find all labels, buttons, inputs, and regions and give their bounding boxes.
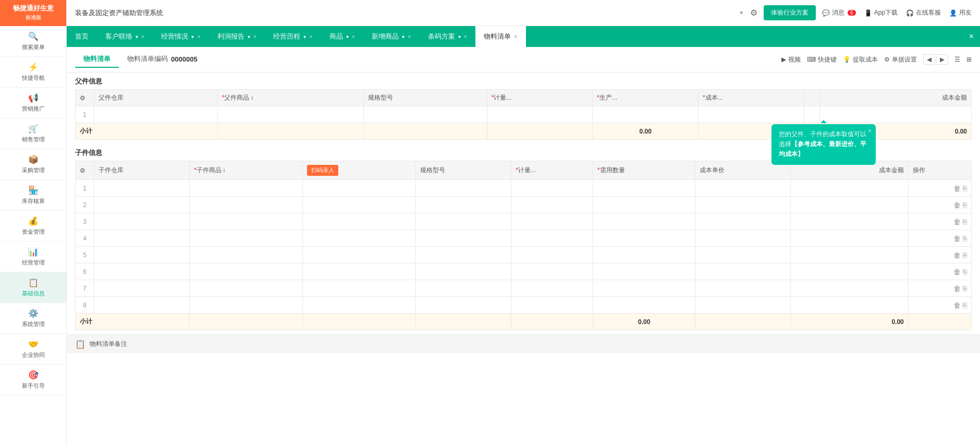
close-all-tabs[interactable]: × xyxy=(963,32,980,41)
child-cost-amount-4[interactable] xyxy=(791,230,908,247)
delete-icon-4[interactable]: 🗑 xyxy=(953,234,961,243)
sidebar-item-basic-info[interactable]: 📋 基础信息 xyxy=(0,272,66,303)
sidebar-item-quick-nav[interactable]: ⚡ 快捷导航 xyxy=(0,57,66,88)
tab-customer-close[interactable]: × xyxy=(141,33,144,40)
child-product-6[interactable] xyxy=(190,263,303,280)
copy-icon-8[interactable]: ⎘ xyxy=(963,301,967,309)
child-unit-cost-8[interactable] xyxy=(695,297,791,314)
tab-new-product-close[interactable]: × xyxy=(408,33,411,40)
sub-tab-bom-code[interactable]: 物料清单编码 0000005 xyxy=(119,51,206,68)
child-warehouse-5[interactable] xyxy=(94,247,190,263)
expand-button[interactable]: ⊞ xyxy=(966,56,972,63)
child-unit-1[interactable] xyxy=(511,180,593,197)
child-cost-amount-6[interactable] xyxy=(791,263,908,280)
child-product-1[interactable] xyxy=(190,180,303,197)
tab-operations-close[interactable]: × xyxy=(197,33,200,40)
child-warehouse-8[interactable] xyxy=(94,297,190,314)
grid-view-button[interactable]: ☰ xyxy=(954,56,960,63)
online-service-button[interactable]: 🎧 在线客服 xyxy=(906,8,941,17)
child-cost-amount-2[interactable] xyxy=(791,197,908,213)
child-cost-amount-7[interactable] xyxy=(791,280,908,297)
child-unit-8[interactable] xyxy=(511,297,593,314)
tab-operations[interactable]: 经营情况 ▾ × xyxy=(153,26,209,47)
child-unit-5[interactable] xyxy=(511,247,593,263)
sidebar-item-inventory[interactable]: 🏪 库存核算 xyxy=(0,180,66,211)
parent-product-cell[interactable] xyxy=(217,106,363,123)
parent-warehouse-cell[interactable] xyxy=(94,106,218,123)
delete-icon-6[interactable]: 🗑 xyxy=(953,268,961,276)
tab-home[interactable]: 首页 xyxy=(67,26,97,47)
child-qty-3[interactable] xyxy=(593,213,695,230)
sidebar-item-search[interactable]: 🔍 搜索菜单 xyxy=(0,26,66,57)
child-spec-2[interactable] xyxy=(416,197,511,213)
child-product-8[interactable] xyxy=(190,297,303,314)
delete-icon-1[interactable]: 🗑 xyxy=(953,184,961,193)
tab-history-close[interactable]: × xyxy=(309,33,312,40)
sidebar-item-sales[interactable]: 🛒 销售管理 xyxy=(0,118,66,149)
child-product-7[interactable] xyxy=(190,280,303,297)
sidebar-item-system[interactable]: ⚙️ 系统管理 xyxy=(0,303,66,334)
sidebar-item-marketing[interactable]: 📢 营销推广 xyxy=(0,88,66,118)
child-spec-8[interactable] xyxy=(416,297,511,314)
sidebar-item-purchase[interactable]: 📦 采购管理 xyxy=(0,149,66,180)
child-qty-4[interactable] xyxy=(593,230,695,247)
copy-icon-6[interactable]: ⎘ xyxy=(963,268,967,276)
parent-production-cell[interactable] xyxy=(593,106,699,123)
child-unit-cost-6[interactable] xyxy=(695,263,791,280)
child-warehouse-3[interactable] xyxy=(94,213,190,230)
child-product-2[interactable] xyxy=(190,197,303,213)
tab-history[interactable]: 经营历程 ▾ × xyxy=(265,26,321,47)
scan-input-button[interactable]: 扫码录入 xyxy=(307,165,338,176)
sidebar-item-operations[interactable]: 📊 经营管理 xyxy=(0,242,66,272)
prev-arrow[interactable]: ◀ xyxy=(923,54,935,65)
child-warehouse-4[interactable] xyxy=(94,230,190,247)
single-settings-button[interactable]: ⚙ 单据设置 xyxy=(884,55,917,64)
delete-icon-5[interactable]: 🗑 xyxy=(953,251,961,259)
parent-cost-cell[interactable] xyxy=(699,106,804,123)
child-spec-4[interactable] xyxy=(416,230,511,247)
child-unit-cost-3[interactable] xyxy=(695,213,791,230)
child-unit-2[interactable] xyxy=(511,197,593,213)
child-unit-cost-2[interactable] xyxy=(695,197,791,213)
user-button[interactable]: 👤 用友 xyxy=(949,8,972,17)
extract-cost-button[interactable]: 💡 提取成本 xyxy=(843,55,878,64)
child-warehouse-2[interactable] xyxy=(94,197,190,213)
delete-icon-8[interactable]: 🗑 xyxy=(953,301,961,309)
child-warehouse-7[interactable] xyxy=(94,280,190,297)
next-arrow[interactable]: ▶ xyxy=(936,54,948,65)
child-qty-7[interactable] xyxy=(593,280,695,297)
copy-icon-5[interactable]: ⎘ xyxy=(963,251,967,259)
sidebar-item-enterprise[interactable]: 🤝 企业协同 xyxy=(0,334,66,365)
child-cost-amount-3[interactable] xyxy=(791,213,908,230)
child-spec-5[interactable] xyxy=(416,247,511,263)
tab-product[interactable]: 商品 ▾ × xyxy=(321,26,363,47)
copy-icon-4[interactable]: ⎘ xyxy=(963,234,967,243)
tab-barcode-close[interactable]: × xyxy=(464,33,467,40)
delete-icon-3[interactable]: 🗑 xyxy=(953,218,961,226)
child-warehouse-6[interactable] xyxy=(94,263,190,280)
tooltip-close-button[interactable]: × xyxy=(868,126,872,136)
tab-bom-close[interactable]: × xyxy=(514,33,517,40)
system-dropdown-arrow[interactable]: ▼ xyxy=(739,10,744,16)
sidebar-item-guide[interactable]: 🎯 新手引导 xyxy=(0,365,66,395)
child-qty-5[interactable] xyxy=(593,247,695,263)
child-unit-cost-5[interactable] xyxy=(695,247,791,263)
child-unit-cost-7[interactable] xyxy=(695,280,791,297)
tab-barcode[interactable]: 条码方案 ▾ × xyxy=(420,26,475,47)
child-unit-cost-1[interactable] xyxy=(695,180,791,197)
tab-profit-close[interactable]: × xyxy=(253,33,256,40)
sidebar-item-finance[interactable]: 💰 资金管理 xyxy=(0,211,66,242)
app-download-button[interactable]: 📱 App下载 xyxy=(864,8,898,17)
child-cost-amount-5[interactable] xyxy=(791,247,908,263)
child-qty-1[interactable] xyxy=(593,180,695,197)
child-unit-6[interactable] xyxy=(511,263,593,280)
view-video-button[interactable]: ▶ 视频 xyxy=(781,55,801,64)
child-unit-3[interactable] xyxy=(511,213,593,230)
child-unit-7[interactable] xyxy=(511,280,593,297)
parent-unit-cell[interactable] xyxy=(487,106,593,123)
copy-icon-7[interactable]: ⎘ xyxy=(963,284,967,293)
child-qty-2[interactable] xyxy=(593,197,695,213)
copy-icon-2[interactable]: ⎘ xyxy=(963,201,967,209)
child-product-3[interactable] xyxy=(190,213,303,230)
parent-cost-amount-cell[interactable] xyxy=(819,106,971,123)
